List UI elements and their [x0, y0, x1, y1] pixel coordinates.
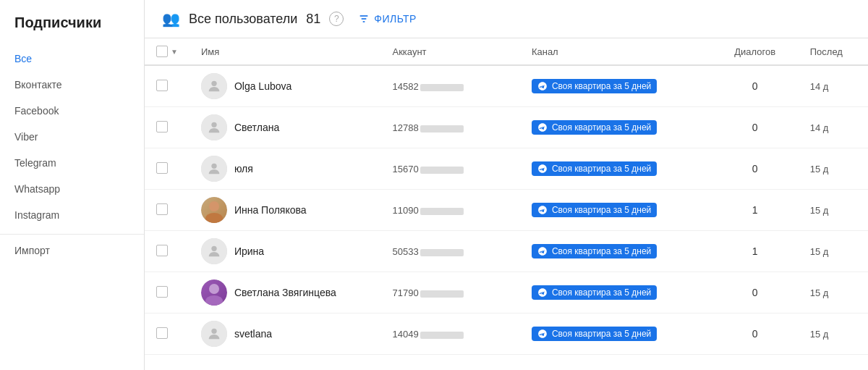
telegram-channel-icon: [537, 329, 548, 339]
row-dialogs-cell: 1: [711, 231, 798, 272]
row-account-cell: 50533: [380, 231, 519, 272]
row-checkbox[interactable]: [156, 80, 168, 91]
sidebar-item-facebook[interactable]: Facebook: [0, 98, 144, 124]
table-row: Olga Lubova 14582 Своя квартира за 5 дне…: [145, 65, 868, 107]
avatar: [201, 156, 227, 182]
row-last-cell: 15 д: [799, 314, 868, 355]
table-container: ▼ Имя Аккаунт Канал Диалогов Послед Olga…: [145, 38, 868, 370]
row-checkbox-cell: [145, 231, 190, 272]
dialogs-count: 0: [752, 122, 758, 133]
row-last-cell: 15 д: [799, 231, 868, 272]
table-row: юля 15670 Своя квартира за 5 дней 0 15 д: [145, 148, 868, 190]
sidebar-item-vkontakte[interactable]: Вконтакте: [0, 72, 144, 98]
dialogs-count: 1: [752, 204, 758, 216]
avatar: [201, 279, 227, 306]
row-name-cell: Светлана Звягинцева: [190, 272, 381, 314]
filter-button[interactable]: ФИЛЬТР: [358, 13, 417, 25]
row-checkbox-cell: [145, 65, 190, 107]
telegram-channel-icon: [537, 81, 548, 91]
row-checkbox[interactable]: [156, 162, 168, 174]
table-row: Светлана Звягинцева 71790 Своя квартира …: [145, 272, 868, 314]
subscriber-name: svetlana: [234, 328, 272, 340]
dialogs-count: 0: [752, 328, 758, 340]
channel-badge: Своя квартира за 5 дней: [532, 161, 657, 176]
row-checkbox[interactable]: [156, 327, 168, 339]
row-channel-cell: Своя квартира за 5 дней: [520, 190, 712, 231]
row-name-cell: Светлана: [190, 107, 381, 148]
row-account-cell: 71790: [380, 272, 519, 314]
subscribers-table: ▼ Имя Аккаунт Канал Диалогов Послед Olga…: [145, 38, 868, 355]
last-activity: 15 д: [810, 205, 829, 216]
row-checkbox-cell: [145, 148, 190, 190]
row-last-cell: 14 д: [799, 65, 868, 107]
row-last-cell: 14 д: [799, 107, 868, 148]
svg-point-11: [211, 329, 216, 334]
row-checkbox[interactable]: [156, 245, 168, 256]
row-channel-cell: Своя квартира за 5 дней: [520, 107, 712, 148]
row-checkbox-cell: [145, 272, 190, 314]
header-count: 81: [306, 12, 320, 27]
th-last: Послед: [799, 38, 868, 65]
telegram-channel-icon: [537, 164, 548, 174]
sidebar: Подписчики ВсеВконтактеFacebookViberTele…: [0, 0, 145, 370]
row-dialogs-cell: 0: [711, 314, 798, 355]
subscriber-name: Светлана Звягинцева: [234, 287, 336, 298]
row-account-cell: 11090: [380, 190, 519, 231]
row-dialogs-cell: 1: [711, 190, 798, 231]
sidebar-item-instagram[interactable]: Instagram: [0, 202, 144, 228]
row-dialogs-cell: 0: [711, 272, 798, 314]
sidebar-item-all[interactable]: Все: [0, 46, 144, 72]
sort-arrow[interactable]: ▼: [171, 48, 178, 56]
table-row: Инна Полякова 11090 Своя квартира за 5 д…: [145, 190, 868, 231]
account-id: 71790: [392, 287, 463, 298]
subscriber-name: Olga Lubova: [234, 80, 292, 92]
avatar: [201, 321, 227, 347]
account-id: 50533: [392, 246, 463, 257]
row-dialogs-cell: 0: [711, 107, 798, 148]
row-name-cell: svetlana: [190, 314, 381, 355]
channel-badge: Своя квартира за 5 дней: [532, 203, 657, 217]
row-channel-cell: Своя квартира за 5 дней: [520, 65, 712, 107]
sidebar-item-viber[interactable]: Viber: [0, 124, 144, 150]
row-dialogs-cell: 0: [711, 65, 798, 107]
channel-badge: Своя квартира за 5 дней: [532, 120, 657, 135]
row-checkbox[interactable]: [156, 121, 168, 133]
sidebar-item-import[interactable]: Импорт: [0, 234, 144, 264]
help-icon[interactable]: ?: [329, 12, 344, 26]
th-dialogs: Диалогов: [711, 38, 798, 65]
th-account: Аккаунт: [380, 38, 519, 65]
last-activity: 15 д: [810, 164, 829, 175]
row-channel-cell: Своя квартира за 5 дней: [520, 148, 712, 190]
last-activity: 15 д: [810, 329, 829, 340]
row-checkbox[interactable]: [156, 286, 168, 298]
row-account-cell: 12788: [380, 107, 519, 148]
channel-badge: Своя квартира за 5 дней: [532, 79, 657, 93]
header-title: Все пользователи: [189, 12, 297, 27]
sidebar-item-telegram[interactable]: Telegram: [0, 150, 144, 176]
channel-badge: Своя квартира за 5 дней: [532, 285, 657, 300]
row-channel-cell: Своя квартира за 5 дней: [520, 314, 712, 355]
svg-point-3: [211, 81, 216, 86]
table-row: svetlana 14049 Своя квартира за 5 дней 0…: [145, 314, 868, 355]
row-channel-cell: Своя квартира за 5 дней: [520, 272, 712, 314]
row-last-cell: 15 д: [799, 148, 868, 190]
select-all-checkbox[interactable]: [156, 46, 168, 57]
sidebar-title: Подписчики: [0, 14, 144, 46]
telegram-channel-icon: [537, 205, 548, 215]
account-id: 14582: [392, 81, 463, 92]
svg-point-10: [205, 295, 223, 306]
th-channel: Канал: [520, 38, 712, 65]
avatar: [201, 114, 227, 140]
table-header-row: ▼ Имя Аккаунт Канал Диалогов Послед: [145, 38, 868, 65]
row-name-cell: Инна Полякова: [190, 190, 381, 231]
row-checkbox[interactable]: [156, 203, 168, 215]
row-dialogs-cell: 0: [711, 148, 798, 190]
filter-label: ФИЛЬТР: [374, 13, 417, 25]
telegram-channel-icon: [537, 287, 548, 298]
sidebar-item-whatsapp[interactable]: Whatsapp: [0, 176, 144, 202]
row-account-cell: 14582: [380, 65, 519, 107]
avatar: [201, 73, 227, 99]
row-name-cell: Olga Lubova: [190, 65, 381, 107]
account-id: 12788: [392, 122, 463, 133]
last-activity: 14 д: [810, 122, 829, 133]
